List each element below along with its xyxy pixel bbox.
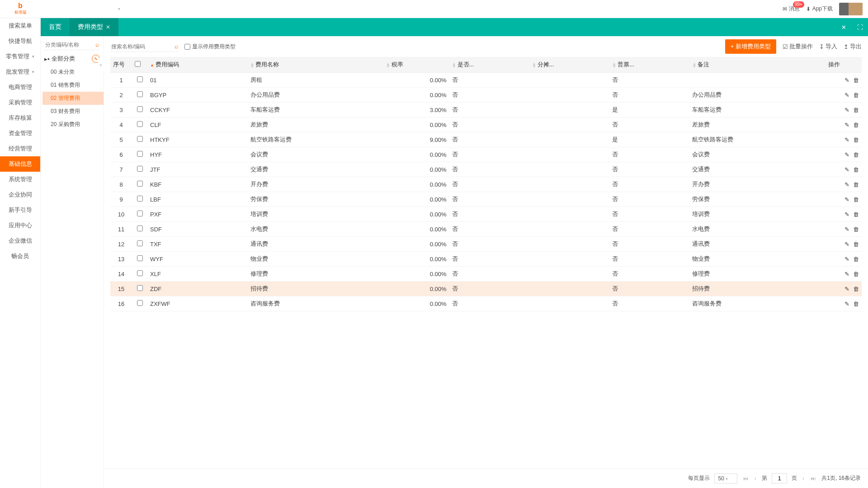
edit-icon[interactable]: ✎ (844, 166, 849, 173)
pager-next-button[interactable]: › (802, 475, 805, 482)
category-node-0[interactable]: 00 未分类 (42, 66, 104, 79)
nav-item-13[interactable]: 应用中心 (0, 218, 40, 233)
table-row[interactable]: 2BGYP办公用品费0.00%否否办公用品费✎🗑 (110, 88, 862, 103)
table-row[interactable]: 10PXF培训费0.00%否否培训费✎🗑 (110, 207, 862, 222)
table-row[interactable]: 9LBF劳保费0.00%否否劳保费✎🗑 (110, 192, 862, 207)
table-search-input[interactable] (110, 42, 178, 52)
row-checkbox[interactable] (137, 76, 143, 82)
search-icon[interactable]: ⌕ (175, 42, 178, 50)
category-node-4[interactable]: 20 采购费用 (42, 118, 104, 131)
row-checkbox[interactable] (137, 211, 143, 216)
fullscreen-button[interactable]: ⛶ (852, 18, 868, 36)
col-remark[interactable]: ▲▼备注 (689, 57, 826, 73)
delete-icon[interactable]: 🗑 (853, 151, 859, 158)
row-checkbox[interactable] (137, 225, 143, 231)
delete-icon[interactable]: 🗑 (853, 181, 859, 188)
col-apportion[interactable]: ▲▼是否... (449, 57, 529, 73)
edit-icon[interactable]: ✎ (844, 181, 849, 188)
pager-last-button[interactable]: ⏭ (810, 475, 817, 482)
app-download-button[interactable]: ⬇ App下载 (806, 5, 833, 13)
row-checkbox[interactable] (137, 151, 143, 157)
edit-icon[interactable]: ✎ (844, 92, 849, 99)
nav-item-0[interactable]: 搜索菜单 (0, 18, 40, 33)
delete-icon[interactable]: 🗑 (853, 256, 859, 263)
edit-icon[interactable]: ✎ (844, 77, 849, 84)
edit-icon[interactable]: ✎ (844, 196, 849, 203)
nav-item-5[interactable]: 采购管理 (0, 95, 40, 110)
row-checkbox[interactable] (137, 300, 143, 306)
row-checkbox[interactable] (137, 181, 143, 187)
table-row[interactable]: 11SDF水电费0.00%否否水电费✎🗑 (110, 222, 862, 237)
edit-icon[interactable]: ✎ (844, 271, 849, 277)
table-row[interactable]: 14XLF修理费0.00%否否修理费✎🗑 (110, 267, 862, 282)
nav-item-6[interactable]: 库存核算 (0, 110, 40, 126)
delete-icon[interactable]: 🗑 (853, 122, 859, 128)
row-checkbox[interactable] (137, 106, 143, 112)
edit-icon[interactable]: ✎ (844, 107, 849, 113)
add-expense-type-button[interactable]: + 新增费用类型 (725, 39, 776, 54)
batch-action-button[interactable]: ☑ 批量操作 (783, 42, 813, 51)
show-disabled-toggle[interactable]: 显示停用费用类型 (184, 43, 236, 51)
col-rate[interactable]: ▲▼税率 (383, 57, 449, 73)
delete-icon[interactable]: 🗑 (853, 136, 859, 143)
delete-icon[interactable]: 🗑 (853, 196, 859, 203)
col-select-all[interactable] (132, 57, 147, 73)
edit-icon[interactable]: ✎ (844, 151, 849, 158)
category-node-2[interactable]: 02 管理费用 (42, 92, 104, 105)
col-code[interactable]: ▲费用编码 (147, 57, 248, 73)
delete-icon[interactable]: 🗑 (853, 92, 859, 99)
edit-icon[interactable]: ✎ (844, 300, 849, 307)
delete-icon[interactable]: 🗑 (853, 107, 859, 113)
category-node-3[interactable]: 03 财务费用 (42, 105, 104, 118)
category-all[interactable]: ▸▪ 全部分类 ✎ (41, 52, 104, 66)
nav-item-4[interactable]: 电商管理 (0, 80, 40, 95)
edit-icon[interactable]: ✎ (844, 122, 849, 128)
table-row[interactable]: 101房租0.00%否否✎🗑 (110, 73, 862, 88)
import-button[interactable]: ↧ 导入 (819, 42, 837, 51)
col-ticket[interactable]: ▲▼普票... (609, 57, 689, 73)
nav-item-8[interactable]: 经营管理 (0, 141, 40, 156)
messages-button[interactable]: ✉ 消息 99+ (783, 5, 800, 13)
export-button[interactable]: ↥ 导出 (844, 42, 862, 51)
tab-expense-type[interactable]: 费用类型 ✕ (70, 18, 118, 36)
select-all-checkbox[interactable] (135, 61, 141, 67)
nav-item-12[interactable]: 新手引导 (0, 202, 40, 218)
edit-icon[interactable]: ✎ (844, 256, 849, 263)
nav-item-2[interactable]: 零售管理▾ (0, 49, 40, 64)
delete-icon[interactable]: 🗑 (853, 271, 859, 277)
edit-icon[interactable]: ✎ (844, 136, 849, 143)
org-selector[interactable]: ▾ (42, 3, 124, 15)
search-icon[interactable]: ⌕ (95, 41, 99, 48)
show-disabled-checkbox[interactable] (184, 44, 190, 50)
col-seq[interactable]: 序号 (110, 57, 132, 73)
tab-close-all-button[interactable]: ✕ (835, 18, 852, 36)
pager-first-button[interactable]: ⏮ (742, 475, 749, 482)
edit-icon[interactable]: ✎ (844, 286, 849, 292)
edit-icon[interactable]: ✎ (844, 241, 849, 248)
row-checkbox[interactable] (137, 121, 143, 127)
table-row[interactable]: 12TXF通讯费0.00%否否通讯费✎🗑 (110, 237, 862, 252)
nav-item-7[interactable]: 资金管理 (0, 126, 40, 141)
table-row[interactable]: 5HTKYF航空铁路客运费9.00%否是航空铁路客运费✎🗑 (110, 132, 862, 147)
nav-item-15[interactable]: 畅会员 (0, 249, 40, 264)
row-checkbox[interactable] (137, 136, 143, 142)
delete-icon[interactable]: 🗑 (853, 77, 859, 84)
delete-icon[interactable]: 🗑 (853, 166, 859, 173)
tab-home[interactable]: 首页 (41, 18, 70, 36)
row-checkbox[interactable] (137, 255, 143, 261)
row-checkbox[interactable] (137, 285, 143, 291)
table-row[interactable]: 3CCKYF车船客运费3.00%否是车船客运费✎🗑 (110, 103, 862, 117)
row-checkbox[interactable] (137, 270, 143, 276)
nav-item-10[interactable]: 系统管理 (0, 172, 40, 187)
delete-icon[interactable]: 🗑 (853, 241, 859, 248)
row-checkbox[interactable] (137, 240, 143, 246)
nav-item-9[interactable]: 基础信息 (0, 156, 40, 172)
close-icon[interactable]: ✕ (106, 24, 110, 30)
row-checkbox[interactable] (137, 91, 143, 97)
table-row[interactable]: 7JTF交通费0.00%否否交通费✎🗑 (110, 162, 862, 177)
category-node-1[interactable]: 01 销售费用 (42, 79, 104, 92)
row-checkbox[interactable] (137, 166, 143, 172)
avatar[interactable] (839, 3, 863, 15)
table-row[interactable]: 13WYF物业费0.00%否否物业费✎🗑 (110, 252, 862, 267)
col-alloc[interactable]: ▲▼分摊... (529, 57, 609, 73)
